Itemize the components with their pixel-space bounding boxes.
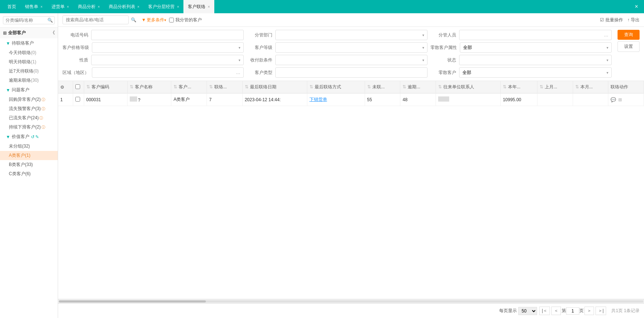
sort-contact-icon: ⇅ [209, 84, 213, 89]
col-this-year[interactable]: ⇅本年... [500, 81, 537, 93]
my-customer-filter[interactable]: 我分管的客户 [169, 17, 202, 23]
cell-last-method[interactable]: 下销货单 [307, 93, 365, 106]
person-select[interactable]: … [459, 30, 612, 40]
sidebar-item-7days[interactable]: 近7天待联络(0) [0, 67, 58, 76]
qr-icon[interactable]: ⊞ [618, 97, 622, 102]
next-page-btn[interactable]: ＞ [584, 307, 594, 315]
nature-select[interactable]: ▾ [91, 55, 244, 65]
sidebar-item-declining[interactable]: 持续下滑客户(2)ⓘ [0, 123, 58, 132]
arrow-down-icon2: ▼ [6, 88, 10, 93]
filter-phone: 电话号码 [62, 30, 244, 40]
close-sales-icon[interactable]: × [40, 5, 43, 9]
cell-code: 000031 [84, 93, 128, 106]
nav-customer-contact[interactable]: 客户联络 × [183, 0, 214, 13]
price-arrow-icon: ▾ [239, 46, 240, 50]
horizontal-scrollbar[interactable] [58, 299, 644, 303]
nav-purchase[interactable]: 进货单 × [47, 0, 74, 13]
settings-icon[interactable]: ⚙ [60, 85, 64, 90]
query-button[interactable]: 查询 [618, 30, 640, 40]
sort-not-icon: ⇅ [367, 84, 371, 89]
arrow-down-icon3: ▼ [6, 134, 10, 139]
prev-page-btn[interactable]: ＜ [551, 307, 561, 315]
close-purchase-icon[interactable]: × [67, 5, 69, 9]
method-link[interactable]: 下销货单 [310, 97, 327, 102]
sidebar-group-problem[interactable]: ▼ 问题客户 [0, 85, 58, 95]
col-overdue[interactable]: ⇅逾期... [400, 81, 436, 93]
top-nav: 首页 销售单 × 进货单 × 商品分析 × 商品分析列表 × 客户分层经营 × … [0, 0, 644, 13]
last-page-btn[interactable]: ＞| [595, 307, 606, 315]
sidebar-item-a-class[interactable]: A类客户(1) [0, 151, 58, 160]
retail-select[interactable]: 全部 ▾ [459, 67, 612, 78]
settings-button[interactable]: 设置 [618, 41, 640, 52]
nav-customer-segment[interactable]: 客户分层经营 × [144, 0, 183, 13]
status-select[interactable]: ▾ [459, 55, 612, 65]
sidebar-item-tomorrow[interactable]: 明天待联络(1) [0, 57, 58, 67]
sidebar-item-today[interactable]: 今天待联络(0) [0, 48, 58, 57]
sidebar-item-abnormal[interactable]: 回购异常客户(2)ⓘ [0, 95, 58, 104]
search-input[interactable] [62, 15, 129, 24]
close-customer-segment-icon[interactable]: × [177, 5, 179, 9]
payment-select[interactable]: ▾ [275, 55, 428, 65]
dept-select[interactable]: ▾ [275, 30, 428, 40]
price-level-select[interactable]: ▾ [92, 42, 244, 53]
sidebar-item-churned[interactable]: 已流失客户(24)ⓘ [0, 113, 58, 123]
nav-analysis-list[interactable]: 商品分析列表 × [104, 0, 144, 13]
sidebar-item-unclassified[interactable]: 未分组(32) [0, 142, 58, 151]
page-input[interactable] [566, 307, 579, 315]
close-customer-contact-icon[interactable]: × [208, 5, 210, 9]
sidebar-item-b-class[interactable]: B类客户(33) [0, 160, 58, 169]
region-select[interactable]: … [92, 67, 244, 78]
cell-name: ? [128, 93, 171, 106]
sidebar-group-pending[interactable]: ▼ 待联络客户 [0, 38, 58, 48]
sidebar-item-churn-warn[interactable]: 流失预警客户(3)ⓘ [0, 104, 58, 113]
col-code[interactable]: ⇅客户编码 [84, 81, 128, 93]
scroll-thumb [59, 300, 206, 303]
col-last-date[interactable]: ⇅最后联络日期 [242, 81, 307, 93]
col-customer-type[interactable]: ⇅客户... [171, 81, 207, 93]
close-analysis-icon[interactable]: × [98, 5, 100, 9]
refresh-icon[interactable]: ↺ [31, 134, 35, 139]
select-all-checkbox[interactable] [75, 84, 80, 89]
col-name[interactable]: ⇅客户名称 [128, 81, 171, 93]
filter-person: 分管人员 … [430, 30, 612, 40]
col-actions: 联络动作 [608, 81, 644, 93]
sidebar-search-area: 🔍 [0, 13, 58, 28]
sidebar-item-overdue[interactable]: 逾期未联络(30) [0, 76, 58, 85]
col-settings[interactable]: ⚙ [58, 81, 73, 93]
col-checkbox [73, 81, 84, 93]
batch-op-btn[interactable]: ☑ 批量操作 [600, 17, 623, 23]
my-customer-checkbox[interactable] [169, 18, 174, 22]
col-last-month[interactable]: ⇅上月... [537, 81, 573, 93]
col-this-month[interactable]: ⇅本月... [573, 81, 608, 93]
filter-retail: 零散客户 全部 ▾ [430, 67, 612, 78]
first-page-btn[interactable]: |＜ [539, 307, 550, 315]
chat-icon[interactable]: 💬 [611, 97, 616, 102]
collapse-icon[interactable]: 《 [50, 30, 55, 36]
col-last-method[interactable]: ⇅最后联络方式 [307, 81, 365, 93]
window-close-button[interactable]: × [632, 3, 641, 10]
more-filter-btn[interactable]: ▼ 更多条件 ▾ [142, 17, 166, 23]
nav-sales[interactable]: 销售单 × [21, 0, 47, 13]
sidebar-all-customers[interactable]: ⊞ 全部客户 《 [0, 28, 58, 38]
nav-home[interactable]: 首页 [3, 0, 21, 13]
col-not-contacted[interactable]: ⇅未联... [365, 81, 400, 93]
retail-attr-select[interactable]: 全部 ▾ [460, 42, 612, 53]
col-contact-count[interactable]: ⇅联络... [207, 81, 242, 93]
customer-type-input[interactable] [275, 67, 428, 78]
status-arrow-icon: ▾ [607, 58, 608, 62]
page-size-select[interactable]: 50 100 200 [518, 307, 537, 315]
row-checkbox[interactable] [75, 97, 80, 102]
export-btn[interactable]: ↑ 导出 [627, 17, 640, 23]
sidebar-group-value[interactable]: ▼ 价值客户 ↺ ✎ [0, 132, 58, 142]
region-dots-icon: … [236, 70, 240, 75]
close-analysis-list-icon[interactable]: × [137, 5, 140, 9]
edit-icon[interactable]: ✎ [35, 134, 39, 139]
col-contacts[interactable]: ⇅往来单位联系人 [436, 81, 501, 93]
nav-analysis[interactable]: 商品分析 × [74, 0, 104, 13]
filter-search-icon[interactable]: 🔍 [131, 17, 136, 22]
cell-customer-type: A类客户 [171, 93, 207, 106]
sidebar-item-c-class[interactable]: C类客户(6) [0, 169, 58, 179]
customer-level-select[interactable]: ▾ [275, 42, 428, 53]
phone-input[interactable] [91, 30, 244, 40]
sidebar-search-input[interactable] [3, 16, 55, 24]
